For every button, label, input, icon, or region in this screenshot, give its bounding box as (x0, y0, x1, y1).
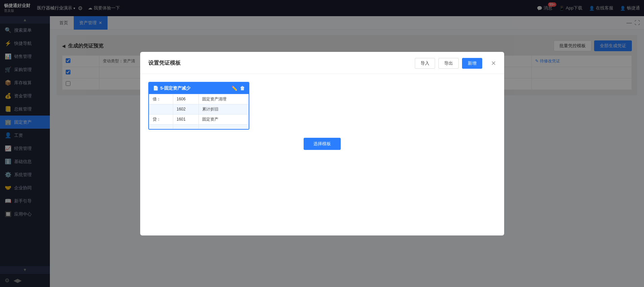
template-entry-row: 1602 累计折旧 (149, 104, 248, 114)
entry-code: 1606 (173, 94, 198, 104)
entry-type (149, 104, 173, 114)
template-doc-icon: 📄 (153, 86, 158, 91)
template-entry-row (149, 124, 248, 129)
entry-code: 1601 (173, 114, 198, 124)
template-card-body: 借： 1606 固定资产清理 1602 累计折旧 贷： (149, 94, 249, 129)
modal-title: 设置凭证模板 (148, 60, 181, 67)
entry-name (198, 124, 248, 129)
export-button[interactable]: 导出 (438, 58, 459, 69)
select-template-button[interactable]: 选择模板 (304, 138, 341, 150)
close-icon[interactable]: ✕ (491, 60, 496, 67)
modal-header: 设置凭证模板 导入 导出 新增 ✕ (140, 52, 504, 74)
modal-actions: 导入 导出 新增 ✕ (415, 58, 496, 69)
modal-overlay: 设置凭证模板 导入 导出 新增 ✕ 📄 5-固定资产减少 ✏️ � (0, 0, 644, 287)
entry-type (149, 124, 173, 129)
template-entry-row: 借： 1606 固定资产清理 (149, 94, 248, 104)
edit-icon[interactable]: ✏️ (232, 86, 237, 91)
entry-code: 1602 (173, 104, 198, 114)
modal-body: 📄 5-固定资产减少 ✏️ 🗑 借： 1606 (140, 74, 504, 235)
template-card-header-left: 📄 5-固定资产减少 (153, 85, 191, 91)
entry-type: 借： (149, 94, 173, 104)
entry-name: 累计折旧 (198, 104, 248, 114)
delete-icon[interactable]: 🗑 (240, 86, 245, 91)
entry-type: 贷： (149, 114, 173, 124)
new-button[interactable]: 新增 (462, 58, 482, 69)
template-card-header-right: ✏️ 🗑 (232, 86, 245, 91)
template-entries-table: 借： 1606 固定资产清理 1602 累计折旧 贷： (149, 94, 249, 129)
template-entry-row: 贷： 1601 固定资产 (149, 114, 248, 124)
import-button[interactable]: 导入 (415, 58, 435, 69)
entry-name: 固定资产清理 (198, 94, 248, 104)
set-template-modal: 设置凭证模板 导入 导出 新增 ✕ 📄 5-固定资产减少 ✏️ � (140, 52, 504, 235)
template-name: 5-固定资产减少 (160, 85, 191, 91)
template-card: 📄 5-固定资产减少 ✏️ 🗑 借： 1606 (148, 82, 249, 130)
template-card-header: 📄 5-固定资产减少 ✏️ 🗑 (149, 83, 249, 94)
entry-name: 固定资产 (198, 114, 248, 124)
entry-code (173, 124, 198, 129)
